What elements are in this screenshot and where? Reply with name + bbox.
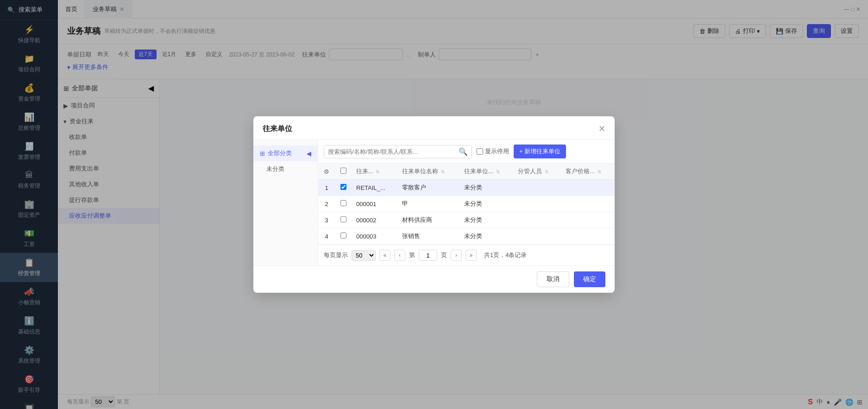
row-code: 000002 — [352, 212, 397, 228]
table-row[interactable]: 3 000002 材料供应商 未分类 — [318, 212, 615, 228]
dialog-category-panel: ⊞ 全部分类 ◀ 未分类 — [253, 140, 318, 265]
row-checkbox[interactable] — [335, 228, 352, 245]
table-row[interactable]: 1 RETAIL_... 零散客户 未分类 — [318, 180, 615, 196]
row-price — [561, 180, 615, 196]
table-col-name: 往来单位名称 ⇅ — [397, 164, 459, 180]
dialog-table-scroll[interactable]: ⚙ 往来... ⇅ 往来单位名称 — [318, 164, 615, 245]
sort-icon: ⇅ — [376, 169, 379, 174]
row-checkbox[interactable] — [335, 212, 352, 228]
total-records: 共1页，4条记录 — [484, 251, 527, 259]
row-manager — [513, 228, 561, 245]
add-partner-button[interactable]: + 新增往来单位 — [514, 145, 566, 158]
per-page-label: 每页显示 — [324, 251, 348, 259]
dialog-toolbar: 🔍 显示停用 + 新增往来单位 — [318, 140, 615, 164]
partner-table: ⚙ 往来... ⇅ 往来单位名称 — [318, 164, 615, 245]
dialog-header: 往来单位 ✕ — [253, 116, 615, 140]
row-num: 1 — [318, 180, 335, 196]
dialog-footer: 取消 确定 — [253, 265, 615, 293]
table-row[interactable]: 4 000003 张销售 未分类 — [318, 228, 615, 245]
row-num: 2 — [318, 196, 335, 212]
row-category: 未分类 — [459, 196, 513, 212]
table-col-settings[interactable]: ⚙ — [318, 164, 335, 180]
row-name: 材料供应商 — [397, 212, 459, 228]
search-icon: 🔍 — [459, 147, 468, 156]
table-col-manager: 分管人员 ⇅ — [513, 164, 561, 180]
page-first-button[interactable]: « — [379, 250, 390, 261]
row-num: 4 — [318, 228, 335, 245]
settings-icon: ⚙ — [324, 168, 329, 175]
row-code: 000003 — [352, 228, 397, 245]
dialog-title: 往来单位 — [263, 124, 292, 134]
table-row[interactable]: 2 000001 甲 未分类 — [318, 196, 615, 212]
row-code: 000001 — [352, 196, 397, 212]
row-manager — [513, 196, 561, 212]
page-suffix: 页 — [441, 251, 447, 259]
sort-icon: ⇅ — [545, 169, 548, 174]
page-last-button[interactable]: » — [465, 250, 477, 261]
table-col-code: 往来... ⇅ — [352, 164, 397, 180]
row-category: 未分类 — [459, 228, 513, 245]
sort-icon: ⇅ — [496, 169, 500, 174]
row-name: 甲 — [397, 196, 459, 212]
dialog-pagination: 每页显示 50 100 200 « ‹ 第 页 › » 共1页，4条记录 — [318, 245, 615, 265]
table-body: 1 RETAIL_... 零散客户 未分类 2 — [318, 180, 615, 245]
dialog-right-panel: 🔍 显示停用 + 新增往来单位 ⚙ — [318, 140, 615, 265]
show-disabled-checkbox[interactable] — [477, 148, 483, 155]
page-label: 第 — [409, 251, 415, 259]
row-price — [561, 212, 615, 228]
dialog-close-button[interactable]: ✕ — [598, 124, 605, 134]
row-category: 未分类 — [459, 180, 513, 196]
confirm-button[interactable]: 确定 — [574, 271, 605, 287]
partner-dialog: 往来单位 ✕ ⊞ 全部分类 ◀ 未分类 — [253, 116, 615, 293]
row-name: 张销售 — [397, 228, 459, 245]
row-price — [561, 228, 615, 245]
partner-search-box: 🔍 — [324, 145, 472, 158]
row-category: 未分类 — [459, 212, 513, 228]
table-header: ⚙ 往来... ⇅ 往来单位名称 — [318, 164, 615, 180]
dialog-body: ⊞ 全部分类 ◀ 未分类 🔍 显示停用 — [253, 140, 615, 265]
table-col-checkbox[interactable] — [335, 164, 352, 180]
row-num: 3 — [318, 212, 335, 228]
table-col-price: 客户价格... ⇅ — [561, 164, 615, 180]
row-price — [561, 196, 615, 212]
select-all-checkbox[interactable] — [340, 168, 346, 174]
modal-overlay: 往来单位 ✕ ⊞ 全部分类 ◀ 未分类 — [0, 0, 868, 409]
page-next-button[interactable]: › — [451, 250, 462, 261]
grid-icon: ⊞ — [260, 150, 265, 157]
sort-icon: ⇅ — [598, 169, 601, 174]
row-name: 零散客户 — [397, 180, 459, 196]
cancel-button[interactable]: 取消 — [537, 271, 569, 287]
sort-icon: ⇅ — [441, 169, 445, 174]
row-checkbox[interactable] — [335, 180, 352, 196]
row-checkbox[interactable] — [335, 196, 352, 212]
row-manager — [513, 180, 561, 196]
page-prev-button[interactable]: ‹ — [394, 250, 405, 261]
dialog-all-category[interactable]: ⊞ 全部分类 ◀ — [253, 145, 318, 161]
row-manager — [513, 212, 561, 228]
page-current-input[interactable] — [419, 250, 437, 261]
show-disabled-label[interactable]: 显示停用 — [477, 147, 509, 156]
category-collapse-icon[interactable]: ◀ — [307, 150, 311, 157]
per-page-select[interactable]: 50 100 200 — [352, 250, 376, 261]
dialog-uncategorized[interactable]: 未分类 — [253, 161, 318, 177]
table-col-category: 往来单位... ⇅ — [459, 164, 513, 180]
row-code: RETAIL_... — [352, 180, 397, 196]
partner-search-input[interactable] — [328, 148, 456, 155]
